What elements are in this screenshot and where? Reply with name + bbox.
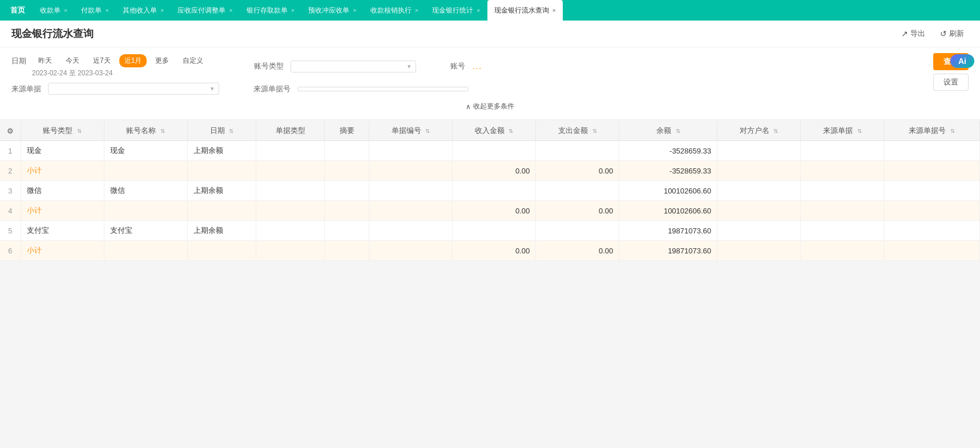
close-icon[interactable]: × (105, 7, 108, 14)
close-icon[interactable]: × (64, 7, 67, 14)
nav-tab-4[interactable]: 银行存取款单 × (240, 0, 301, 21)
table-cell (453, 221, 536, 241)
export-button[interactable]: ↗ 导出 (897, 26, 930, 41)
close-icon[interactable]: × (353, 7, 356, 14)
account-dots[interactable]: ... (472, 62, 482, 71)
table-cell (369, 161, 452, 181)
date-btn-7days[interactable]: 近7天 (88, 54, 116, 67)
sort-icon: ⇅ (509, 128, 513, 134)
date-btn-1month[interactable]: 近1月 (119, 54, 147, 67)
refresh-button[interactable]: ↺ 刷新 (935, 26, 969, 41)
table-cell (453, 141, 536, 161)
table-cell (801, 221, 884, 241)
table-cell (884, 221, 980, 241)
table-cell (104, 201, 187, 221)
table-cell (801, 201, 884, 221)
table-cell: 小计 (21, 201, 104, 221)
table-cell (717, 161, 801, 181)
table-cell: 0.00 (536, 161, 619, 181)
col-summary[interactable]: 摘要 (325, 121, 369, 141)
sort-icon: ⇅ (857, 128, 862, 134)
sort-icon: ⇅ (229, 128, 233, 134)
table-cell (717, 221, 801, 241)
table-cell (104, 241, 187, 261)
filter-row-1: 日期 昨天 今天 近7天 近1月 更多 自定义 2023-02-24 至 202… (11, 54, 969, 78)
table-cell: 现金 (21, 141, 104, 161)
col-doc-type[interactable]: 单据类型 (256, 121, 325, 141)
source-doc-label: 来源单据 (11, 84, 41, 94)
nav-home[interactable]: 首页 (2, 5, 33, 15)
source-doc-select[interactable]: ▾ (48, 83, 219, 95)
header-actions: ↗ 导出 ↺ 刷新 (897, 26, 969, 41)
sort-icon: ⇅ (425, 128, 430, 134)
close-icon[interactable]: × (552, 7, 556, 14)
nav-tab-3[interactable]: 应收应付调整单 × (171, 0, 239, 21)
table-cell: 19871073.60 (619, 221, 717, 241)
table-cell: 支付宝 (21, 221, 104, 241)
date-btn-custom[interactable]: 自定义 (178, 54, 208, 67)
date-label: 日期 (11, 56, 26, 66)
ai-badge[interactable]: Ai (950, 54, 974, 68)
account-type-label: 账号类型 (254, 61, 284, 71)
close-icon[interactable]: × (415, 7, 418, 14)
col-doc-no[interactable]: 单据编号 ⇅ (369, 121, 452, 141)
col-source-doc-no[interactable]: 来源单据号 ⇅ (884, 121, 980, 141)
source-doc-no-input[interactable] (297, 87, 469, 91)
nav-tab-8[interactable]: 现金银行流水查询 × (487, 0, 563, 21)
date-shortcuts: 昨天 今天 近7天 近1月 更多 自定义 (33, 54, 208, 67)
table-cell (256, 241, 325, 261)
collapse-button[interactable]: ∧ 收起更多条件 (457, 99, 523, 114)
nav-tab-7[interactable]: 现金银行统计 × (425, 0, 487, 21)
col-settings[interactable]: ⚙ (0, 121, 21, 141)
col-balance[interactable]: 余额 ⇅ (619, 121, 717, 141)
table-cell (369, 241, 452, 261)
export-icon: ↗ (901, 29, 908, 38)
table-cell (536, 141, 619, 161)
main-table: ⚙ 账号类型 ⇅ 账号名称 ⇅ 日期 ⇅ 单据类型 摘要 (0, 121, 980, 261)
col-account-type[interactable]: 账号类型 ⇅ (21, 121, 104, 141)
close-icon[interactable]: × (229, 7, 232, 14)
table-cell (884, 201, 980, 221)
sort-icon: ⇅ (77, 128, 82, 134)
col-income[interactable]: 收入金额 ⇅ (453, 121, 536, 141)
table-cell: -3528659.33 (619, 141, 717, 161)
table-cell (256, 161, 325, 181)
col-account-name[interactable]: 账号名称 ⇅ (104, 121, 187, 141)
table-cell (453, 181, 536, 201)
date-btn-today[interactable]: 今天 (61, 54, 84, 67)
table-cell: 100102606.60 (619, 201, 717, 221)
date-btn-yesterday[interactable]: 昨天 (33, 54, 57, 67)
close-icon[interactable]: × (291, 7, 295, 14)
nav-tab-2[interactable]: 其他收入单 × (116, 0, 171, 21)
sort-icon: ⇅ (676, 128, 680, 134)
chevron-down-icon: ▾ (211, 85, 214, 92)
table-cell (187, 241, 256, 261)
nav-tab-0[interactable]: 收款单 × (33, 0, 74, 21)
col-counterpart[interactable]: 对方户名 ⇅ (717, 121, 801, 141)
close-icon[interactable]: × (160, 7, 164, 14)
col-source-doc[interactable]: 来源单据 ⇅ (801, 121, 884, 141)
chevron-down-icon: ▾ (408, 63, 411, 70)
table-cell: 5 (0, 221, 21, 241)
table-cell (325, 201, 369, 221)
nav-tab-6[interactable]: 收款核销执行 × (364, 0, 425, 21)
table-container: ⚙ 账号类型 ⇅ 账号名称 ⇅ 日期 ⇅ 单据类型 摘要 (0, 121, 980, 261)
sort-icon: ⇅ (773, 128, 778, 134)
col-date[interactable]: 日期 ⇅ (187, 121, 256, 141)
table-cell: 微信 (21, 181, 104, 201)
filter-area: 日期 昨天 今天 近7天 近1月 更多 自定义 2023-02-24 至 202… (0, 47, 980, 120)
table-cell (325, 221, 369, 241)
settings-button[interactable]: 设置 (933, 74, 969, 91)
nav-tab-1[interactable]: 付款单 × (74, 0, 115, 21)
table-cell: -3528659.33 (619, 161, 717, 181)
table-cell (369, 221, 452, 241)
date-btn-more[interactable]: 更多 (150, 54, 174, 67)
table-cell: 现金 (104, 141, 187, 161)
table-cell (369, 181, 452, 201)
account-type-select[interactable]: ▾ (291, 60, 416, 72)
table-cell (884, 161, 980, 181)
col-expense[interactable]: 支出金额 ⇅ (536, 121, 619, 141)
source-doc-no-label: 来源单据号 (253, 84, 291, 94)
nav-tab-5[interactable]: 预收冲应收单 × (301, 0, 363, 21)
close-icon[interactable]: × (477, 7, 480, 14)
